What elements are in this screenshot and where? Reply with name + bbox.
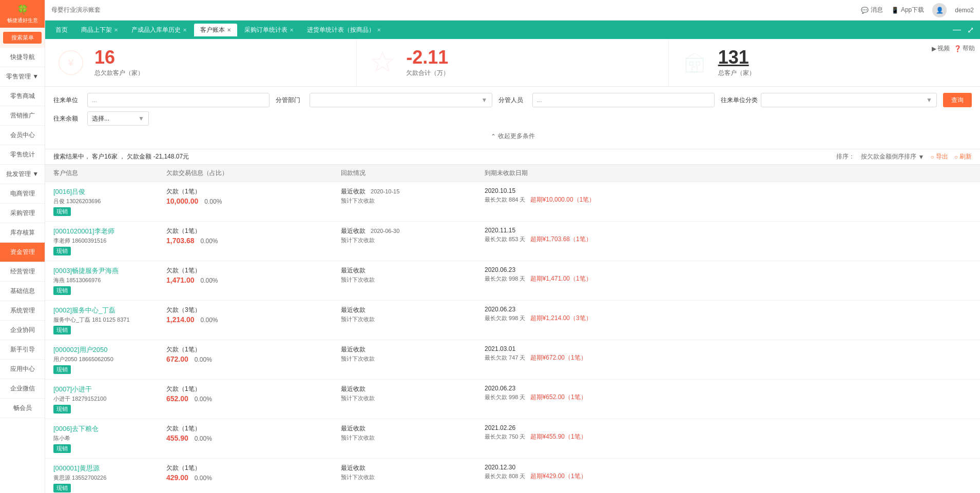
tab-minimize-icon[interactable]: — <box>951 24 963 36</box>
customer-name-4[interactable]: [000002]用户2050 <box>53 345 150 354</box>
overdue-amount-7[interactable]: 超期¥429.00（1笔） <box>530 472 587 480</box>
unit-category-label: 往来单位分类 <box>721 96 758 105</box>
tabs-actions: — ⤢ <box>951 24 976 36</box>
sidebar-item-member-center[interactable]: 会员中心 <box>0 126 45 145</box>
overdue-days-3: 最长欠款 998 天 超期¥1,214.00（3笔） <box>485 314 972 323</box>
tab-product-history[interactable]: 产成品入库单历史 ✕ <box>125 24 193 36</box>
debt-info-cell-4: 欠款（1笔） 672.00 0.00% <box>158 340 333 380</box>
overdue-amount-6[interactable]: 超期¥455.90（1笔） <box>530 433 587 440</box>
sidebar-item-batch-mgmt[interactable]: 批发管理 ▼ <box>0 165 45 184</box>
sidebar-item-retail-mgmt[interactable]: 零售管理 ▼ <box>0 67 45 87</box>
table-row: [000001]黄思源 黄思源 13552700226 现销 欠款（1笔） 42… <box>45 459 980 494</box>
sidebar-item-app-center[interactable]: 应用中心 <box>0 360 45 379</box>
customer-badge-7: 现销 <box>53 484 71 492</box>
video-btn[interactable]: ▶ 视频 <box>932 44 950 53</box>
sidebar-item-basic-info[interactable]: 基础信息 <box>0 282 45 301</box>
summary-bar: ¥ 16 总欠款客户（家） -2.11 欠款合计（万） <box>45 39 980 87</box>
overdue-amount-3[interactable]: 超期¥1,214.00（3笔） <box>530 314 592 322</box>
dept-label: 分管部门 <box>276 96 306 105</box>
col-payment: 回款情况 <box>333 165 476 182</box>
customer-name-5[interactable]: [0007]小进干 <box>53 385 150 394</box>
sidebar-item-retail-stats[interactable]: 零售统计 <box>0 145 45 165</box>
tab-import-stats[interactable]: 进货单统计表（按商品） ✕ <box>301 24 387 36</box>
sort-selector[interactable]: 按欠款金额倒序排序 ▼ <box>861 152 925 161</box>
purchase-mgmt-label: 采购管理 <box>10 209 35 216</box>
debt-amount-0: 10,000.00 <box>166 197 198 205</box>
overdue-amount-0[interactable]: 超期¥10,000.00（1笔） <box>530 196 595 203</box>
sidebar-item-finance[interactable]: 资金管理 <box>0 243 45 262</box>
sidebar-item-operation[interactable]: 经营管理 <box>0 262 45 282</box>
dept-select[interactable]: ▼ <box>310 93 492 107</box>
tab-product-history-close[interactable]: ✕ <box>183 27 187 33</box>
logo-icon: 🍀 <box>2 4 43 16</box>
tab-home[interactable]: 首页 <box>49 24 74 36</box>
dept-group: 分管部门 ▼ <box>276 93 492 107</box>
debt-count-7: 欠款（1笔） <box>166 464 324 472</box>
payment-cell-2: 最近收款 预计下次收款 <box>333 261 476 301</box>
sidebar-item-system[interactable]: 系统管理 <box>0 301 45 321</box>
debt-row-2: 1,471.00 0.00% <box>166 275 324 284</box>
customer-phone-3: 服务中心_丁磊 181 0125 8371 <box>53 316 150 324</box>
tab-customer-account[interactable]: 客户账本 ✕ <box>194 24 237 36</box>
debt-count-1: 欠款（1笔） <box>166 227 324 235</box>
app-download-btn[interactable]: 📱 App下载 <box>891 6 924 14</box>
payment-cell-5: 最近收款 预计下次收款 <box>333 380 476 419</box>
sidebar-item-wechat[interactable]: 企业微信 <box>0 379 45 399</box>
tab-purchase-stats[interactable]: 采购订单统计表 ✕ <box>238 24 300 36</box>
sidebar-item-inventory[interactable]: 库存核算 <box>0 223 45 243</box>
due-date-cell-0: 2020.10.15 最长欠款 884 天 超期¥10,000.00（1笔） <box>476 182 980 222</box>
tab-import-stats-label: 进货单统计表（按商品） <box>307 26 375 34</box>
balance-label: 往来余额 <box>53 114 84 123</box>
tab-product-status[interactable]: 商品上下架 ✕ <box>75 24 124 36</box>
manager-input[interactable]: ... <box>532 93 715 107</box>
collapse-button[interactable]: ⌃ 收起更多条件 <box>53 130 972 143</box>
customer-name-1[interactable]: [0001020001]李老师 <box>53 227 150 236</box>
sidebar-item-enterprise[interactable]: 企业协同 <box>0 321 45 340</box>
owed-amount-label: 欠款合计（万） <box>406 69 449 77</box>
avatar[interactable]: 👤 <box>932 3 947 17</box>
sidebar-item-new-guide[interactable]: 新手引导 <box>0 340 45 360</box>
overdue-amount-2[interactable]: 超期¥1,471.00（1笔） <box>530 275 592 282</box>
overdue-days-6: 最长欠款 750 天 超期¥455.90（1笔） <box>485 432 972 441</box>
refresh-button[interactable]: ○ 刷新 <box>954 152 972 161</box>
overdue-date-4: 2021.03.01 <box>485 345 972 352</box>
tab-import-stats-close[interactable]: ✕ <box>377 27 381 33</box>
tab-customer-account-close[interactable]: ✕ <box>227 27 231 33</box>
tab-purchase-stats-close[interactable]: ✕ <box>290 27 294 33</box>
customer-name-7[interactable]: [000001]黄思源 <box>53 464 150 473</box>
message-btn[interactable]: 💬 消息 <box>861 6 883 14</box>
export-button[interactable]: ○ 导出 <box>931 152 948 161</box>
due-date-cell-2: 2020.06.23 最长欠款 998 天 超期¥1,471.00（1笔） <box>476 261 980 301</box>
debt-count-5: 欠款（1笔） <box>166 385 324 393</box>
overdue-amount-5[interactable]: 超期¥652.00（1笔） <box>530 393 587 401</box>
sidebar-item-retail-mall[interactable]: 零售商城 <box>0 87 45 106</box>
debt-row-3: 1,214.00 0.00% <box>166 314 324 324</box>
customer-name-2[interactable]: [0003]畅捷服务尹海燕 <box>53 266 150 275</box>
search-button[interactable]: 查询 <box>943 93 972 107</box>
sidebar-item-quick-nav[interactable]: 快捷导航 <box>0 48 45 67</box>
customer-name-6[interactable]: [0006]去下粮仓 <box>53 424 150 433</box>
search-menu-area[interactable]: 搜索菜单 <box>0 28 45 48</box>
sidebar-item-member[interactable]: 畅会员 <box>0 399 45 418</box>
sidebar-item-ecommerce[interactable]: 电商管理 <box>0 184 45 204</box>
customer-info-cell-3: [0002]服务中心_丁磊 服务中心_丁磊 181 0125 8371 现销 <box>45 301 158 340</box>
unit-category-select[interactable]: ▼ <box>761 93 937 107</box>
overdue-amount-1[interactable]: 超期¥1,703.68（1笔） <box>530 235 592 243</box>
customer-name-3[interactable]: [0002]服务中心_丁磊 <box>53 306 150 315</box>
debt-row-0: 10,000.00 0.00% <box>166 196 324 205</box>
overdue-amount-4[interactable]: 超期¥672.00（1笔） <box>530 354 587 361</box>
sidebar-item-purchase-mgmt[interactable]: 采购管理 <box>0 204 45 223</box>
source-unit-input[interactable]: ... <box>87 93 270 107</box>
balance-select[interactable]: 选择... ▼ <box>87 111 149 126</box>
tab-product-status-close[interactable]: ✕ <box>114 27 118 33</box>
tab-maximize-icon[interactable]: ⤢ <box>965 24 976 36</box>
customer-name-0[interactable]: [0016]吕俊 <box>53 187 150 196</box>
search-menu-button[interactable]: 搜索菜单 <box>3 32 42 44</box>
customer-info-cell-7: [000001]黄思源 黄思源 13552700226 现销 <box>45 459 158 494</box>
table-row: [0002]服务中心_丁磊 服务中心_丁磊 181 0125 8371 现销 欠… <box>45 301 980 340</box>
owed-amount-number: -2.11 <box>406 48 449 67</box>
help-btn[interactable]: ❓ 帮助 <box>954 44 975 53</box>
table-row: [0016]吕俊 吕俊 13026203696 现销 欠款（1笔） 10,000… <box>45 182 980 222</box>
customer-badge-5: 现销 <box>53 405 71 413</box>
sidebar-item-marketing[interactable]: 营销推广 <box>0 106 45 126</box>
